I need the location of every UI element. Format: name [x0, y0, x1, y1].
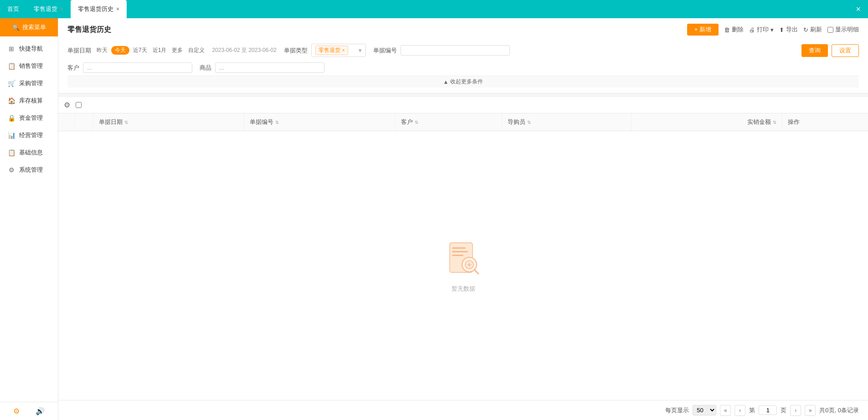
- display-detail-checkbox[interactable]: [827, 27, 833, 33]
- display-detail-toggle[interactable]: 显示明细: [827, 26, 859, 34]
- doc-type-select[interactable]: 零售退货 × ▾: [311, 44, 366, 57]
- nav-icon-system: ⚙: [7, 166, 15, 174]
- table-container: ⚙ 单据日期 ⇅: [58, 97, 868, 400]
- date-shortcut-today[interactable]: 今天: [111, 46, 129, 55]
- date-shortcut-last7[interactable]: 近7天: [131, 46, 149, 55]
- first-page-btn[interactable]: «: [720, 405, 731, 416]
- doc-no-input[interactable]: [401, 45, 510, 56]
- print-button[interactable]: 🖨 打印 ▾: [749, 26, 774, 34]
- doc-type-tag-close[interactable]: ×: [342, 48, 345, 53]
- th-doc-no[interactable]: 单据编号 ⇅: [244, 113, 395, 131]
- sidebar-item-inventory[interactable]: 🏠 库存核算: [0, 92, 58, 109]
- page-label: 页: [781, 406, 786, 415]
- nav-label-operation: 经营管理: [19, 131, 43, 139]
- empty-text: 暂无数据: [452, 285, 475, 293]
- select-all-checkbox[interactable]: [76, 102, 82, 108]
- main-layout: 🔍 搜索菜单 ⊞ 快捷导航 📋 销售管理 🛒 采购管理 🏠 库存核算 🔒 资金管…: [0, 18, 868, 420]
- tab-label-return: 零售退货: [34, 5, 57, 13]
- svg-rect-1: [452, 247, 466, 249]
- sort-guide: ⇅: [527, 120, 531, 125]
- nav-icon-purchase: 🛒: [7, 79, 15, 87]
- delete-button[interactable]: 🗑 删除: [724, 26, 744, 34]
- sidebar-item-system[interactable]: ⚙ 系统管理: [0, 161, 58, 179]
- tab-return-history[interactable]: 零售退货历史×: [71, 0, 127, 18]
- query-button[interactable]: 查询: [801, 44, 828, 57]
- print-dropdown-icon: ▾: [770, 26, 774, 33]
- tab-return[interactable]: 零售退货×: [26, 0, 71, 18]
- tab-close-return-history[interactable]: ×: [116, 6, 119, 12]
- next-page-btn[interactable]: ›: [790, 405, 801, 416]
- prev-page-btn[interactable]: ‹: [734, 405, 745, 416]
- date-shortcut-yesterday[interactable]: 昨天: [95, 46, 109, 55]
- new-button[interactable]: + 新增: [687, 24, 719, 36]
- export-icon: ⬆: [779, 26, 784, 33]
- settings-bottom-icon[interactable]: ⚙: [13, 407, 20, 415]
- sidebar-item-quick-nav[interactable]: ⊞ 快捷导航: [0, 40, 58, 57]
- doc-no-filter: 单据编号: [373, 45, 510, 56]
- sidebar-search[interactable]: 🔍 搜索菜单: [0, 18, 58, 36]
- date-shortcut-custom[interactable]: 自定义: [186, 46, 206, 55]
- tab-bar: 首页零售退货×零售退货历史×: [0, 0, 856, 18]
- collapse-button[interactable]: ▲ 收起更多条件: [67, 76, 859, 87]
- nav-label-sales: 销售管理: [19, 62, 43, 70]
- export-button[interactable]: ⬆ 导出: [779, 26, 798, 34]
- doc-type-dropdown-icon: ▾: [359, 47, 362, 54]
- table-settings-icon[interactable]: ⚙: [64, 101, 70, 109]
- customer-label: 客户: [67, 64, 79, 72]
- empty-state: 暂无数据: [58, 131, 868, 400]
- product-select[interactable]: ...: [215, 62, 324, 73]
- product-filter: 商品 ...: [200, 62, 324, 73]
- sidebar-item-operation[interactable]: 📊 经营管理: [0, 127, 58, 144]
- top-bar: 首页零售退货×零售退货历史× ×: [0, 0, 868, 18]
- sidebar-item-purchase[interactable]: 🛒 采购管理: [0, 75, 58, 92]
- date-filter-label: 单据日期: [67, 46, 91, 55]
- collapse-icon: ▲: [443, 79, 449, 85]
- nav-label-finance: 资金管理: [19, 114, 43, 122]
- data-table: 单据日期 ⇅ 单据编号 ⇅: [58, 113, 868, 131]
- sidebar-nav: ⊞ 快捷导航 📋 销售管理 🛒 采购管理 🏠 库存核算 🔒 资金管理 📊 经营管…: [0, 36, 58, 402]
- per-page-select[interactable]: 50 10 20 100: [693, 405, 716, 415]
- sort-doc-no: ⇅: [275, 120, 279, 125]
- search-icon: 🔍: [12, 24, 20, 31]
- doc-type-filter: 单据类型 零售退货 × ▾: [284, 44, 366, 57]
- page-actions: + 新增 🗑 删除 🖨 打印 ▾ ⬆ 导出 ↻: [687, 24, 859, 36]
- th-customer[interactable]: 客户 ⇅: [395, 113, 502, 131]
- window-close-btn[interactable]: ×: [856, 5, 868, 14]
- th-doc-date[interactable]: 单据日期 ⇅: [93, 113, 244, 131]
- volume-bottom-icon[interactable]: 🔊: [36, 407, 45, 415]
- th-action: 操作: [782, 113, 868, 131]
- nav-label-basic-info: 基础信息: [19, 149, 43, 157]
- print-icon: 🖨: [749, 26, 755, 33]
- filter-settings-button[interactable]: 设置: [832, 44, 859, 57]
- filter-row-1: 单据日期 昨天今天近7天近1月更多自定义 2023-06-02 至 2023-0…: [67, 41, 859, 60]
- date-shortcut-more[interactable]: 更多: [170, 46, 185, 55]
- customer-select[interactable]: ...: [83, 62, 192, 73]
- tab-label-return-history: 零售退货历史: [78, 5, 113, 13]
- th-guide[interactable]: 导购员 ⇅: [502, 113, 631, 131]
- doc-type-label: 单据类型: [284, 46, 308, 55]
- date-shortcut-last_month[interactable]: 近1月: [151, 46, 169, 55]
- th-amount[interactable]: 实销金额 ⇅: [631, 113, 782, 131]
- nav-icon-inventory: 🏠: [7, 97, 15, 105]
- svg-line-6: [474, 270, 478, 274]
- refresh-button[interactable]: ↻ 刷新: [803, 26, 822, 34]
- page-number-input[interactable]: [759, 405, 777, 415]
- tab-label-home: 首页: [7, 5, 19, 13]
- content-area: 零售退货历史 + 新增 🗑 删除 🖨 打印 ▾ ⬆ 导出: [58, 18, 868, 420]
- product-label: 商品: [200, 64, 211, 72]
- total-label: 共0页, 0条记录: [819, 406, 859, 415]
- sidebar-item-sales[interactable]: 📋 销售管理: [0, 57, 58, 75]
- tab-home[interactable]: 首页: [0, 0, 26, 18]
- sidebar-item-basic-info[interactable]: 📋 基础信息: [0, 144, 58, 161]
- sidebar-item-finance[interactable]: 🔒 资金管理: [0, 109, 58, 127]
- date-range-text: 2023-06-02 至 2023-06-02: [212, 46, 276, 54]
- th-settings: [58, 113, 75, 131]
- date-shortcuts: 昨天今天近7天近1月更多自定义: [95, 46, 206, 55]
- last-page-btn[interactable]: »: [805, 405, 816, 416]
- table-header-row: 单据日期 ⇅ 单据编号 ⇅: [58, 113, 868, 131]
- refresh-icon: ↻: [803, 26, 808, 33]
- tab-close-return[interactable]: ×: [60, 6, 63, 12]
- th-checkbox: [75, 113, 93, 131]
- nav-label-purchase: 采购管理: [19, 79, 43, 87]
- nav-label-system: 系统管理: [19, 166, 43, 174]
